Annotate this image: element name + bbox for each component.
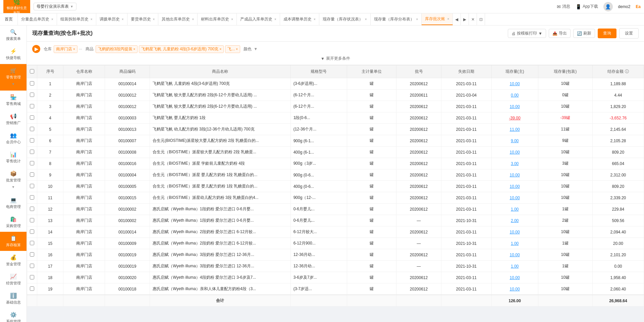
cell-stock-main[interactable]: 10.00 <box>491 181 538 192</box>
tab-kucunpicizh[interactable]: 库存批次账 × <box>422 13 453 25</box>
close-icon[interactable]: × <box>274 17 276 21</box>
product-tag-1[interactable]: 飞鹤星飞帆 儿童奶粉 4段(3-6岁适用) 700克 × <box>139 45 224 53</box>
close-icon[interactable]: × <box>122 17 124 21</box>
sidebar-item-shop[interactable]: 🏪 零售商城 <box>0 91 26 110</box>
export-button[interactable]: 📤 导出 <box>549 29 571 38</box>
product-tag-0[interactable]: 飞鹤奶粉3段丙提装 × <box>96 45 138 53</box>
cell-checkbox[interactable] <box>27 90 37 101</box>
cell-checkbox[interactable] <box>27 261 37 272</box>
sidebar-item-quicknav[interactable]: ⚡ 快捷导航 <box>0 45 26 64</box>
color-dropdown-icon[interactable]: ▼ <box>254 47 258 51</box>
sidebar-item-business[interactable]: 📈 经营管理 <box>0 270 26 289</box>
cell-stock-main[interactable]: 10.00 <box>491 169 538 181</box>
cell-checkbox[interactable] <box>27 112 37 124</box>
sidebar-item-finance[interactable]: 💰 资金管理 <box>0 251 26 270</box>
cell-stock-main[interactable]: 1.00 <box>491 261 538 272</box>
refresh-button[interactable]: 🔄 刷新 <box>573 29 595 38</box>
close-icon[interactable]: × <box>447 17 449 21</box>
cell-checkbox[interactable] <box>27 238 37 249</box>
sidebar-item-marketing[interactable]: 📢 营销推广 <box>0 110 26 129</box>
cell-checkbox[interactable] <box>27 249 37 261</box>
cell-stock-main[interactable]: 10.00 <box>491 78 538 90</box>
user-name[interactable]: demo2 <box>618 4 631 9</box>
cell-stock-main[interactable]: -39.00 <box>491 112 538 124</box>
cell-stock-main[interactable]: 3.00 <box>491 158 538 169</box>
warehouse-selector[interactable]: 母婴行业演示库表 ▼ <box>34 3 76 10</box>
cell-checkbox[interactable] <box>27 135 37 147</box>
tab-next-button[interactable]: ▶ <box>461 13 469 25</box>
close-icon[interactable]: × <box>219 47 221 51</box>
cell-stock-main[interactable]: 10.00 <box>491 272 538 283</box>
cell-checkbox[interactable] <box>27 124 37 135</box>
cell-stock-main[interactable]: 0.00 <box>491 90 538 101</box>
cell-checkbox[interactable] <box>27 226 37 238</box>
sidebar-item-ecommerce[interactable]: 💻 电商管理 <box>0 194 26 213</box>
tab-diaobodanls[interactable]: 调拨单历史 × <box>96 13 127 25</box>
settings-button[interactable]: 设置 <box>619 28 639 39</box>
close-icon[interactable]: × <box>365 17 367 21</box>
tab-close-button[interactable]: ✕ <box>469 13 477 25</box>
warehouse-tag-nananjd[interactable]: 南岸门店 × <box>54 45 77 53</box>
close-icon[interactable]: × <box>153 17 155 21</box>
tab-chenben[interactable]: 成本调整单历史 × <box>280 13 319 25</box>
tab-fenliangpandian[interactable]: 分量盘点单历史 × <box>18 13 57 25</box>
header-checkbox[interactable] <box>27 65 37 78</box>
tab-home[interactable]: 首页 <box>0 13 18 25</box>
app-download-button[interactable]: 📱 App下载 <box>576 4 598 9</box>
tab-menu-button[interactable]: ⊡ <box>477 13 485 25</box>
sidebar-item-member[interactable]: 👥 会员中心 <box>0 129 26 148</box>
tab-zuzhangchaijian[interactable]: 组装拆卸单历史 × <box>57 13 96 25</box>
sidebar-item-retail-mgmt[interactable]: 🛒 零售管理 ▼ <box>0 64 26 91</box>
cell-stock-main[interactable]: 9.00 <box>491 135 538 147</box>
cell-checkbox[interactable] <box>27 204 37 215</box>
cell-stock-main[interactable]: 10.00 <box>491 192 538 204</box>
close-icon[interactable]: × <box>416 17 418 21</box>
print-button[interactable]: 🖨 按模板打印 ▼ <box>508 29 546 38</box>
tab-xiancunliang2[interactable]: 现存量（库存分布表） × <box>371 13 422 25</box>
sidebar-item-retail-stats[interactable]: 📊 零售统计 <box>0 148 26 167</box>
tab-xiancunliang1[interactable]: 现存量（库存状况表） × <box>319 13 371 25</box>
cell-stock-main[interactable]: 11.00 <box>491 124 538 135</box>
tab-chanchengpinruku[interactable]: 产成品入库单历史 × <box>237 13 280 25</box>
cell-stock-main[interactable]: 2.00 <box>491 215 538 226</box>
cell-stock-main[interactable]: 1.00 <box>491 204 538 215</box>
cell-stock-main[interactable]: 10.00 <box>491 283 538 295</box>
close-icon[interactable]: × <box>133 47 136 51</box>
cell-checkbox[interactable] <box>27 169 37 181</box>
product-tag-2[interactable]: 飞... × <box>225 45 240 53</box>
cell-checkbox[interactable] <box>27 101 37 112</box>
tab-qitachuku[interactable]: 其他出库单历史 × <box>158 13 198 25</box>
sidebar-item-wholesale[interactable]: 📦 批发管理 ▼ <box>0 167 26 194</box>
cell-checkbox[interactable] <box>27 272 37 283</box>
filter-toggle-button[interactable]: ▶ <box>32 45 40 53</box>
cell-checkbox[interactable] <box>27 192 37 204</box>
cell-checkbox[interactable] <box>27 147 37 158</box>
message-button[interactable]: ✉ 消息 <box>557 4 570 9</box>
logo[interactable]: 🌿 畅捷通好生意 标版 <box>3 0 30 13</box>
cell-stock-main[interactable]: 10.00 <box>491 226 538 238</box>
close-icon[interactable]: × <box>231 17 233 21</box>
close-icon[interactable]: × <box>192 17 194 21</box>
cell-checkbox[interactable] <box>27 215 37 226</box>
tab-prev-button[interactable]: ◀ <box>453 13 461 25</box>
close-icon[interactable]: × <box>236 47 238 51</box>
close-icon[interactable]: × <box>314 17 316 21</box>
tab-yaohuo[interactable]: 要货单历史 × <box>127 13 159 25</box>
cell-checkbox[interactable] <box>27 181 37 192</box>
close-icon[interactable]: × <box>91 17 93 21</box>
select-all-checkbox[interactable] <box>30 69 34 73</box>
sidebar-item-inventory[interactable]: 📋 库存核算 <box>0 232 26 251</box>
cell-checkbox[interactable] <box>27 283 37 295</box>
cell-checkbox[interactable] <box>27 158 37 169</box>
cell-stock-main[interactable]: 1.00 <box>491 238 538 249</box>
query-button[interactable]: 查询 <box>598 29 616 38</box>
sidebar-item-system[interactable]: ⚙️ 系统管理 <box>0 308 26 322</box>
cell-stock-main[interactable]: 10.00 <box>491 147 538 158</box>
close-icon[interactable]: × <box>73 47 75 51</box>
expand-filter-button[interactable]: ▼ 展开更多条件 <box>321 56 350 61</box>
cell-checkbox[interactable] <box>27 78 37 90</box>
sidebar-item-purchase[interactable]: 🛍️ 采购管理 <box>0 213 26 232</box>
sidebar-item-search[interactable]: 🔍 搜索英单 <box>0 25 26 45</box>
cell-stock-main[interactable]: 10.00 <box>491 101 538 112</box>
tab-cailiaochuku[interactable]: 材料出库单历史 × <box>198 13 237 25</box>
